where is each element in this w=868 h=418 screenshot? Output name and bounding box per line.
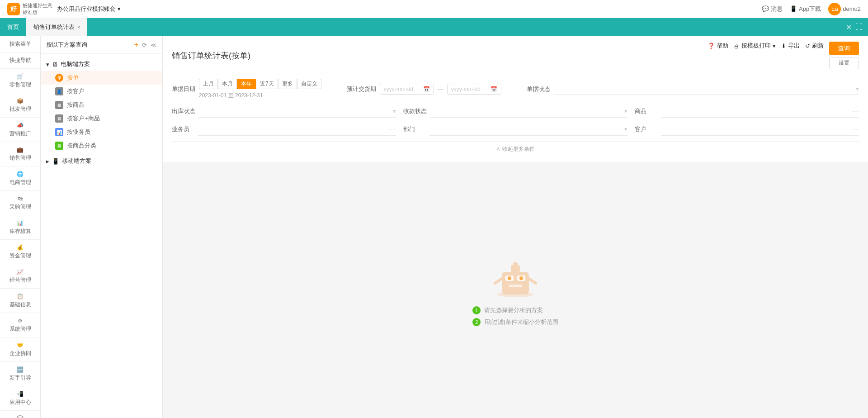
scheme-item-by-salesman[interactable]: 📊 按业务员 [41, 125, 162, 139]
wholesale-icon: 📦 [17, 98, 24, 104]
filter-area: 单据日期 上月 本月 本年 近7天 更多 自定义 2023- [163, 73, 868, 162]
receive-status-select[interactable]: ▾ [429, 105, 627, 118]
basic-info-icon: 📋 [17, 293, 24, 299]
status-select[interactable]: ▾ [554, 84, 859, 95]
forecast-date-start-input[interactable]: yyyy-mm-dd 📅 [380, 84, 434, 95]
refresh-scheme-button[interactable]: ⟳ [142, 42, 147, 48]
date-btn-last-month[interactable]: 上月 [199, 79, 218, 89]
header-actions: ❓ 帮助 🖨 按模板打印 ▾ ⬇ 导出 ↺ [708, 42, 824, 50]
message-icon: 💬 [762, 5, 769, 12]
setting-button[interactable]: 设置 [829, 57, 859, 69]
salesman-input[interactable]: ··· [198, 123, 396, 136]
guide-icon: 🆕 [17, 366, 24, 373]
export-button[interactable]: ⬇ 导出 [781, 42, 800, 50]
window-maximize-icon[interactable]: ⛶ [855, 23, 863, 31]
sidebar-item-basic-info[interactable]: 📋 基础信息 [0, 289, 40, 313]
sidebar-item-inventory[interactable]: 📊 库存核算 [0, 215, 40, 240]
sidebar-item-app-center[interactable]: 📲 应用中心 [0, 386, 40, 411]
scheme-item-by-customer[interactable]: 👤 按客户 [41, 85, 162, 98]
calendar-icon: 📅 [423, 86, 430, 92]
print-icon: 🖨 [734, 43, 740, 49]
scheme-item-by-category[interactable]: ▦ 按商品分类 [41, 139, 162, 152]
page-title: 销售订单统计表(按单) [172, 50, 250, 61]
scheme-group-pc-header[interactable]: ▾ 🖥 电脑端方案 [41, 57, 162, 71]
svg-line-9 [495, 279, 502, 283]
svg-rect-1 [502, 272, 529, 294]
tab-home[interactable]: 首页 [0, 18, 26, 36]
sidebar-item-wholesale[interactable]: 📦 批发管理 [0, 93, 40, 118]
app-download-button[interactable]: 📱 App下载 [790, 5, 821, 13]
collapse-bar[interactable]: ∧ 收起更多条件 [172, 141, 859, 157]
logo-text: 畅捷通好生意 标准版 [23, 2, 52, 15]
window-close-icon[interactable]: ✕ [846, 23, 852, 32]
chevron-right-icon: ▸ [46, 158, 49, 165]
empty-illustration [488, 254, 542, 299]
tab-close-icon[interactable]: × [77, 24, 80, 30]
retail-icon: 🛒 [17, 73, 24, 80]
sidebar-item-sales[interactable]: 💼 销售管理 [0, 142, 40, 166]
logo-area: 好 畅捷通好生意 标准版 [7, 2, 52, 15]
sidebar-item-enterprise[interactable]: 🤝 企业协同 [0, 337, 40, 362]
scheme-item-by-customer-goods[interactable]: ▦ 按客户+商品 [41, 112, 162, 125]
scheme-list: ▾ 🖥 电脑端方案 单 按单 👤 按客户 ▦ 按商品 [41, 54, 162, 171]
sidebar-quick-nav[interactable]: 快捷导航 [0, 52, 40, 69]
message-button[interactable]: 💬 消息 [762, 5, 783, 13]
scheme-item-by-goods[interactable]: ▦ 按商品 [41, 98, 162, 112]
filter-status-item: 单据状态 ▾ [527, 84, 859, 95]
sidebar-item-ecommerce[interactable]: 🌐 电商管理 [0, 166, 40, 191]
export-icon: ⬇ [781, 43, 786, 49]
topbar-left: 好 畅捷通好生意 标准版 办公用品行业模拟账套 ▾ [7, 2, 121, 15]
date-btn-7days[interactable]: 近7天 [256, 79, 278, 89]
out-status-label: 出库状态 [172, 107, 194, 115]
forecast-date-end-input[interactable]: yyyy-mm-dd 📅 [447, 84, 501, 95]
sidebar-item-finance[interactable]: 💰 资金管理 [0, 240, 40, 264]
tab-sales-order-stat[interactable]: 销售订单统计表 × [26, 18, 87, 36]
scheme-group-mobile: ▸ 📱 移动端方案 [41, 154, 162, 168]
out-status-select[interactable]: ▾ [198, 105, 396, 118]
dept-select[interactable]: ▾ [429, 123, 627, 136]
tabbar: 首页 销售订单统计表 × ✕ ⛶ [0, 18, 868, 36]
out-status-chevron-icon: ▾ [393, 108, 396, 114]
date-shortcuts: 上月 本月 本年 近7天 更多 自定义 [199, 79, 321, 89]
add-scheme-button[interactable]: + [134, 41, 138, 49]
refresh-icon: ↺ [805, 43, 810, 49]
user-menu-button[interactable]: Ea demo2 [828, 3, 861, 15]
sidebar-item-wechat[interactable]: 💬 企业微信 [0, 411, 40, 418]
sidebar-search-menu[interactable]: 搜索菜单 [0, 36, 40, 52]
sidebar-item-marketing[interactable]: 📣 营销推广 [0, 118, 40, 142]
date-btn-this-month[interactable]: 本月 [218, 79, 237, 89]
scheme-item-by-order[interactable]: 单 按单 [41, 71, 162, 85]
by-salesman-icon: 📊 [55, 128, 63, 136]
by-customer-icon: 👤 [55, 87, 63, 95]
help-button[interactable]: ❓ 帮助 [708, 42, 728, 50]
query-button[interactable]: 查询 [829, 42, 859, 55]
date-btn-more[interactable]: 更多 [278, 79, 297, 89]
sidebar-item-guide[interactable]: 🆕 新手引导 [0, 362, 40, 386]
date-range-display: 2023-01-01 至 2023-12-31 [199, 92, 321, 100]
filter-salesman: 业务员 ··· [172, 123, 396, 136]
empty-svg [488, 254, 542, 299]
customer-input[interactable]: ··· [661, 123, 859, 136]
collapse-up-icon: ∧ [496, 146, 502, 152]
goods-input[interactable]: ··· [661, 105, 859, 118]
sidebar-item-operations[interactable]: 📈 经营管理 [0, 264, 40, 289]
ecommerce-icon: 🌐 [17, 171, 24, 177]
collapse-scheme-button[interactable]: ≪ [151, 42, 157, 48]
sidebar-item-system[interactable]: ⚙ 系统管理 [0, 313, 40, 337]
refresh-button[interactable]: ↺ 刷新 [805, 42, 824, 50]
filter-row-1: 单据日期 上月 本月 本年 近7天 更多 自定义 2023- [172, 79, 859, 100]
empty-tip-2: 2 用[过滤]条件来缩小分析范围 [472, 318, 558, 326]
date-btn-custom[interactable]: 自定义 [297, 79, 321, 89]
filter-forecast-date-item: 预计交货期 yyyy-mm-dd 📅 — yyyy-mm-dd 📅 [347, 84, 501, 95]
svg-point-5 [519, 276, 523, 280]
app-selector[interactable]: 办公用品行业模拟账套 ▾ [57, 5, 121, 13]
tip-num-2: 2 [472, 318, 481, 326]
download-icon: 📱 [790, 5, 797, 12]
sidebar-item-retail[interactable]: 🛒 零售管理 [0, 69, 40, 93]
date-btn-this-year[interactable]: 本年 [237, 79, 256, 89]
sidebar-item-purchase[interactable]: 🛍 采购管理 [0, 191, 40, 215]
pc-icon: 🖥 [52, 61, 58, 68]
scheme-group-mobile-header[interactable]: ▸ 📱 移动端方案 [41, 154, 162, 168]
print-button[interactable]: 🖨 按模板打印 ▾ [734, 42, 776, 50]
operations-icon: 📈 [17, 269, 24, 275]
